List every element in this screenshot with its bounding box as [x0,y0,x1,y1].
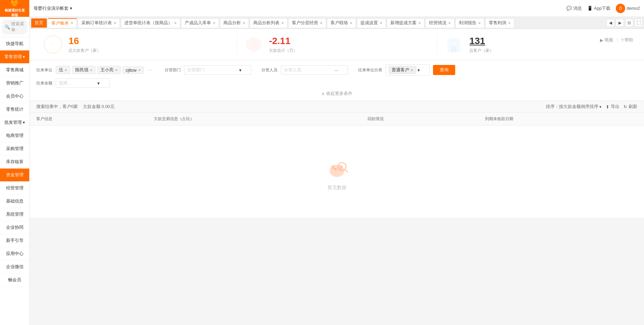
unit-type-filter-label: 往来单位分类 [358,67,382,73]
filter-tag-cjttcw[interactable]: cjttcw ✕ [123,67,144,74]
tab-customer-tier[interactable]: 客户分层经营 ✕ [288,18,326,28]
tab-operations[interactable]: 经营情况 ✕ [425,18,455,28]
stat-icon-diamond: ◇ [244,34,264,55]
person-select[interactable]: 分管人员 ··· [281,65,348,75]
tab-add-commission[interactable]: 新增提成方案 ✕ [387,18,425,28]
tab-collapse[interactable]: ⊟ [625,19,633,27]
tab-customer-contact[interactable]: 客户联络 ✕ [327,18,356,28]
tab-nav-next[interactable]: ▶ [616,19,624,27]
filter-tag-chen[interactable]: 陈民强 ✕ [72,66,95,74]
tab-purchase-order-stats[interactable]: 采购订单统计表 ✕ [78,18,120,28]
tab-close-icon[interactable]: ✕ [418,21,421,25]
balance-select[interactable]: 选择... ▾ [56,78,110,88]
empty-icon [324,152,350,179]
tab-close-icon[interactable]: ✕ [350,21,352,25]
user-profile[interactable]: D demo2 [616,4,640,13]
tab-product-analysis[interactable]: 商品分析 ✕ [220,18,249,28]
tab-profit-report[interactable]: 利润报告 ✕ [455,18,484,28]
svg-rect-5 [449,38,459,41]
sidebar-item-wechat[interactable]: 企业微信 [0,260,29,274]
account-selector[interactable]: 母婴行业演示帐套 ▾ [34,5,72,11]
results-summary: 搜索结果中，客户0家 欠款金额 0.00元 [36,104,115,110]
sort-select[interactable]: 排序：按欠款金额倒序排序 ▾ [546,104,602,110]
filter-tag-wu[interactable]: 伍 ✕ [56,66,70,74]
tab-close-icon[interactable]: ✕ [320,21,323,25]
sidebar-item-finance[interactable]: 资金管理 [0,169,29,182]
sidebar-item-inventory[interactable]: 库存核算 [0,155,29,169]
sidebar-item-ecommerce[interactable]: 电商管理 [0,129,29,142]
video-btn[interactable]: ▶ 视频 [600,37,613,43]
tag-close-icon[interactable]: ✕ [411,68,413,72]
tag-close-icon[interactable]: ✕ [90,68,92,72]
sidebar-item-collab[interactable]: 企业协同 [0,221,29,234]
stat-actions: ▶ 视频 | ? 帮助 [600,37,633,43]
filter-tag-more[interactable]: ··· [146,67,155,73]
tab-close-icon[interactable]: ✕ [448,21,451,25]
tag-close-icon[interactable]: ✕ [65,68,67,72]
tab-close-icon[interactable]: ✕ [213,21,215,25]
refresh-button[interactable]: ↻ 刷新 [624,104,637,110]
stat-number-customers: 16 [69,36,230,46]
tab-close-icon[interactable]: ✕ [71,21,73,25]
tag-close-icon[interactable]: ✕ [115,68,118,72]
sidebar-item-member[interactable]: 会员中心 [0,90,29,103]
tab-close-icon[interactable]: ✕ [380,21,382,25]
message-btn[interactable]: 💬 消息 [566,5,582,11]
data-table: 客户信息 欠款交易信息（占比） 回款情况 到期未收款日期 [30,113,644,218]
sidebar-item-system[interactable]: 系统管理 [0,208,29,221]
tab-retail-profit[interactable]: 零售利润 ✕ [485,18,514,28]
main-area: 母婴行业演示帐套 ▾ 💬 消息 📱 App下载 D demo2 首页 客户账本 [30,0,644,325]
tab-nav-prev[interactable]: ◀ [606,19,614,27]
tab-close-icon[interactable]: ✕ [508,21,511,25]
sidebar-item-operations[interactable]: 经营管理 [0,182,29,195]
sidebar-item-wholesale[interactable]: 批发管理 ▾ [0,116,29,129]
filter-tag-normal-customer[interactable]: 普通客户 ✕ [389,66,416,74]
sidebar: 🧡 畅捷通好生意 标版 🔍 搜索菜单 快捷导航 零售管理 ▾ 零售商城 营销推广… [0,0,30,325]
sidebar-item-member2[interactable]: 畅会员 [0,274,29,287]
sidebar-item-newbie[interactable]: 新手引导 [0,234,29,247]
tab-product-analysis-list[interactable]: 商品分析列表 ✕ [250,18,288,28]
tab-inbound-stats[interactable]: 进货单统计表（按商品） ✕ [121,18,180,28]
sidebar-item-retail-mgmt[interactable]: 零售管理 ▾ [0,50,29,64]
sidebar-item-appstore[interactable]: 应用中心 [0,247,29,260]
sidebar-item-basic-info[interactable]: 基础信息 [0,195,29,208]
avatar: D [616,4,625,13]
chevron-down-icon: ▾ [239,68,242,73]
unit-type-select[interactable]: 普通客户 ✕ ▾ [386,64,430,76]
svg-point-13 [339,165,343,170]
balance-placeholder: 选择... [59,80,96,86]
query-button[interactable]: 查询 [433,65,455,75]
dept-select[interactable]: 分管部门 ▾ [184,65,251,75]
help-btn[interactable]: ? 帮助 [621,37,633,43]
tab-close-icon[interactable]: ✕ [478,21,481,25]
filter-tag-wang[interactable]: 王小亮 ✕ [97,66,121,74]
filter-row-2: 往来余额 选择... ▾ [36,78,637,88]
tab-customer-ledger-label: 客户账本 [51,20,69,26]
sidebar-item-marketing[interactable]: 营销推广 [0,77,29,90]
sidebar-search-label: 搜索菜单 [11,21,25,33]
stat-info-customers: 16 总欠款客户（家） [69,36,230,53]
export-button[interactable]: ⬆ 导出 [606,104,619,110]
tab-commission-settings[interactable]: 提成设置 ✕ [357,18,386,28]
sidebar-logo[interactable]: 🧡 畅捷通好生意 标版 [0,0,29,17]
dept-filter-label: 分管部门 [165,67,181,73]
tab-close-icon[interactable]: ✕ [114,21,116,25]
collapse-button[interactable]: ∧ 收起更多条件 [321,91,352,97]
app-download-btn[interactable]: 📱 App下载 [587,5,610,11]
sidebar-item-retail-stats[interactable]: 零售统计 [0,103,29,116]
tab-home[interactable]: 首页 [31,18,47,28]
tab-close-icon[interactable]: ✕ [281,21,284,25]
tab-customer-ledger[interactable]: 客户账本 ✕ [48,18,77,28]
svg-line-10 [345,170,348,172]
tab-finished-goods[interactable]: 产成品入库单 ✕ [181,18,219,28]
tab-close-icon[interactable]: ✕ [174,21,177,25]
tab-add-commission-label: 新增提成方案 [390,20,417,26]
collapse-icon: ∧ [321,91,325,96]
tab-close-icon[interactable]: ✕ [243,21,245,25]
tab-fullscreen[interactable]: ⛶ [635,19,643,27]
sidebar-item-purchase[interactable]: 采购管理 [0,142,29,155]
tag-close-icon[interactable]: ✕ [138,68,141,72]
sidebar-item-quick-nav[interactable]: 快捷导航 [0,37,29,50]
sidebar-search-input[interactable]: 🔍 搜索菜单 [2,20,27,34]
sidebar-item-retail-mall[interactable]: 零售商城 [0,64,29,77]
